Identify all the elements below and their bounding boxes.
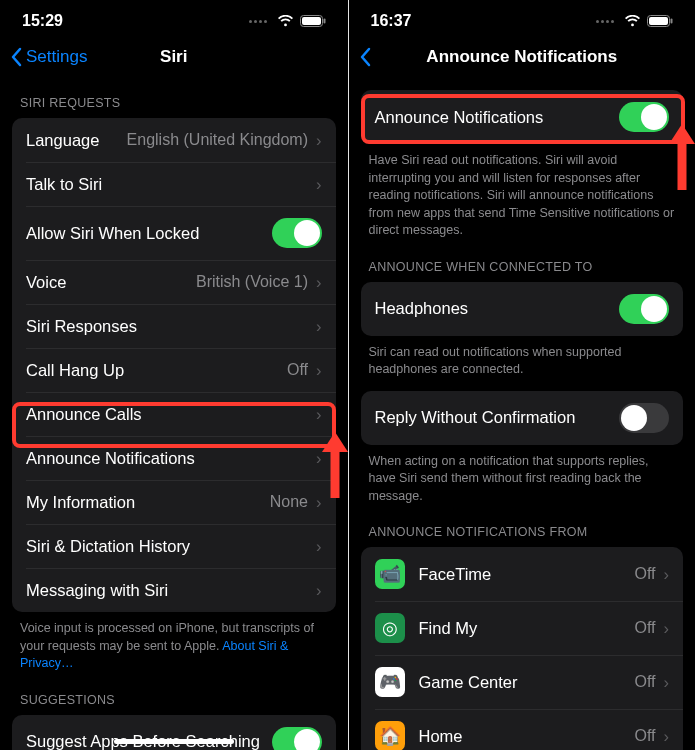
row-app[interactable]: 📹FaceTimeOff› bbox=[361, 547, 684, 601]
row-label: Siri & Dictation History bbox=[26, 537, 316, 556]
app-name: Home bbox=[419, 727, 635, 746]
chevron-right-icon: › bbox=[316, 131, 322, 150]
app-name: FaceTime bbox=[419, 565, 635, 584]
app-icon: 📹 bbox=[375, 559, 405, 589]
wifi-icon bbox=[624, 15, 641, 27]
app-icon: 🎮 bbox=[375, 667, 405, 697]
status-time: 15:29 bbox=[22, 12, 63, 30]
row-value: English (United Kingdom) bbox=[127, 131, 308, 149]
app-icon: 🏠 bbox=[375, 721, 405, 750]
row-messaging[interactable]: Messaging with Siri › bbox=[12, 568, 336, 612]
status-time: 16:37 bbox=[371, 12, 412, 30]
row-label: Voice bbox=[26, 273, 196, 292]
row-label: Announce Notifications bbox=[375, 108, 620, 127]
row-value: Off bbox=[287, 361, 308, 379]
row-label: My Information bbox=[26, 493, 270, 512]
phone-left: 15:29 Settings Siri SIRI REQUESTS Langua… bbox=[0, 0, 348, 750]
chevron-right-icon: › bbox=[316, 581, 322, 600]
chevron-right-icon: › bbox=[664, 727, 670, 746]
row-label: Talk to Siri bbox=[26, 175, 316, 194]
row-language[interactable]: Language English (United Kingdom) › bbox=[12, 118, 336, 162]
toggle-headphones[interactable] bbox=[619, 294, 669, 324]
chevron-right-icon: › bbox=[316, 273, 322, 292]
footer-privacy: Voice input is processed on iPhone, but … bbox=[0, 612, 348, 677]
app-value: Off bbox=[634, 619, 655, 637]
main-desc: Have Siri read out notifications. Siri w… bbox=[349, 144, 696, 244]
chevron-right-icon: › bbox=[316, 175, 322, 194]
toggle-announce-notifications[interactable] bbox=[619, 102, 669, 132]
row-headphones[interactable]: Headphones bbox=[361, 282, 684, 336]
row-label: Call Hang Up bbox=[26, 361, 287, 380]
wifi-icon bbox=[277, 15, 294, 27]
app-name: Find My bbox=[419, 619, 635, 638]
svg-rect-2 bbox=[323, 19, 325, 24]
battery-icon bbox=[647, 15, 673, 27]
nav-title: Siri bbox=[0, 47, 348, 67]
group-main-toggle: Announce Notifications bbox=[361, 90, 684, 144]
chevron-right-icon: › bbox=[664, 619, 670, 638]
row-responses[interactable]: Siri Responses › bbox=[12, 304, 336, 348]
svg-rect-1 bbox=[302, 17, 321, 25]
section-header-suggestions: SUGGESTIONS bbox=[0, 677, 348, 715]
reply-desc: When acting on a notification that suppo… bbox=[349, 445, 696, 510]
chevron-right-icon: › bbox=[664, 673, 670, 692]
chevron-right-icon: › bbox=[316, 361, 322, 380]
toggle-allow-locked[interactable] bbox=[272, 218, 322, 248]
chevron-right-icon: › bbox=[316, 493, 322, 512]
battery-icon bbox=[300, 15, 326, 27]
nav-bar: Settings Siri bbox=[0, 36, 348, 80]
nav-bar: Announce Notifications bbox=[349, 36, 696, 80]
row-label: Messaging with Siri bbox=[26, 581, 316, 600]
row-allow-locked[interactable]: Allow Siri When Locked bbox=[12, 206, 336, 260]
row-voice[interactable]: Voice British (Voice 1) › bbox=[12, 260, 336, 304]
group-headphones: Headphones bbox=[361, 282, 684, 336]
row-label: Headphones bbox=[375, 299, 620, 318]
row-label: Siri Responses bbox=[26, 317, 316, 336]
row-history[interactable]: Siri & Dictation History › bbox=[12, 524, 336, 568]
row-reply-without-confirmation[interactable]: Reply Without Confirmation bbox=[361, 391, 684, 445]
chevron-right-icon: › bbox=[664, 565, 670, 584]
row-label: Reply Without Confirmation bbox=[375, 408, 620, 427]
status-bar: 15:29 bbox=[0, 0, 348, 36]
home-indicator[interactable] bbox=[114, 739, 234, 744]
row-suggest-apps[interactable]: Suggest Apps Before Searching bbox=[12, 715, 336, 751]
row-app[interactable]: 🏠HomeOff› bbox=[361, 709, 684, 750]
row-talk-to-siri[interactable]: Talk to Siri › bbox=[12, 162, 336, 206]
toggle-reply-without-confirmation[interactable] bbox=[619, 403, 669, 433]
row-announce-notifications[interactable]: Announce Notifications › bbox=[12, 436, 336, 480]
app-value: Off bbox=[634, 565, 655, 583]
row-label: Announce Notifications bbox=[26, 449, 316, 468]
section-header-connected: ANNOUNCE WHEN CONNECTED TO bbox=[349, 244, 696, 282]
row-label: Language bbox=[26, 131, 127, 150]
group-reply: Reply Without Confirmation bbox=[361, 391, 684, 445]
row-app[interactable]: 🎮Game CenterOff› bbox=[361, 655, 684, 709]
headphones-desc: Siri can read out notifications when sup… bbox=[349, 336, 696, 383]
row-label: Allow Siri When Locked bbox=[26, 224, 272, 243]
row-label: Announce Calls bbox=[26, 405, 316, 424]
cell-dots-icon bbox=[596, 20, 614, 23]
group-siri-requests: Language English (United Kingdom) › Talk… bbox=[12, 118, 336, 612]
group-apps: 📹FaceTimeOff›◎Find MyOff›🎮Game CenterOff… bbox=[361, 547, 684, 750]
toggle-suggest-apps[interactable] bbox=[272, 727, 322, 751]
app-icon: ◎ bbox=[375, 613, 405, 643]
chevron-right-icon: › bbox=[316, 317, 322, 336]
cell-dots-icon bbox=[249, 20, 267, 23]
svg-rect-4 bbox=[649, 17, 668, 25]
row-call-hangup[interactable]: Call Hang Up Off › bbox=[12, 348, 336, 392]
svg-rect-5 bbox=[671, 19, 673, 24]
chevron-right-icon: › bbox=[316, 537, 322, 556]
row-announce-calls[interactable]: Announce Calls › bbox=[12, 392, 336, 436]
chevron-right-icon: › bbox=[316, 449, 322, 468]
group-suggestions: Suggest Apps Before Searching Reset Hidd… bbox=[12, 715, 336, 751]
row-announce-notifications-toggle[interactable]: Announce Notifications bbox=[361, 90, 684, 144]
section-header-requests: SIRI REQUESTS bbox=[0, 80, 348, 118]
section-header-from: ANNOUNCE NOTIFICATIONS FROM bbox=[349, 509, 696, 547]
status-bar: 16:37 bbox=[349, 0, 696, 36]
app-value: Off bbox=[634, 727, 655, 745]
app-value: Off bbox=[634, 673, 655, 691]
nav-title: Announce Notifications bbox=[349, 47, 696, 67]
row-app[interactable]: ◎Find MyOff› bbox=[361, 601, 684, 655]
phone-right: 16:37 Announce Notifications Announce No… bbox=[349, 0, 696, 750]
row-value: British (Voice 1) bbox=[196, 273, 308, 291]
row-my-information[interactable]: My Information None › bbox=[12, 480, 336, 524]
